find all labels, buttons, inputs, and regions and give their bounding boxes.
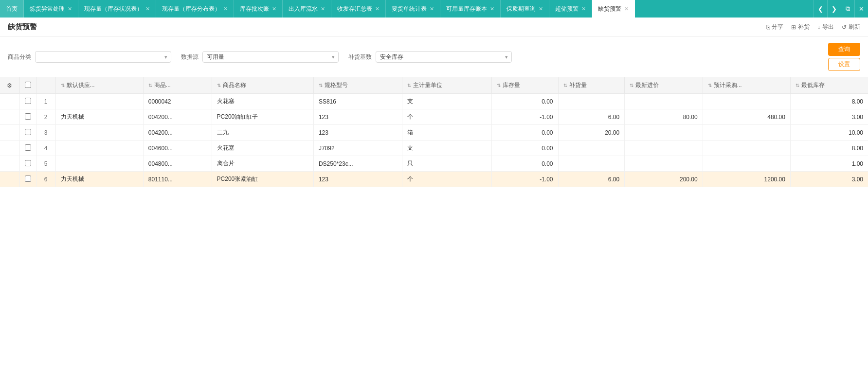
category-select[interactable] [35,51,171,63]
row-gear-3 [0,125,19,141]
row-replenish_qty-1 [558,94,625,109]
col-header-min_stock[interactable]: ⇅最低库存 [790,77,868,94]
row-gear-4 [0,141,19,156]
category-filter-group: 商品分类 [8,51,171,63]
tab-close-batch-account[interactable]: ✕ [272,6,276,12]
refresh-icon: ↺ [842,24,847,31]
tab-stock-status[interactable]: 现存量（库存状况表）✕ [78,0,156,18]
tab-close-order-stats[interactable]: ✕ [430,6,434,12]
row-product_name-2: PC200油缸缸子 [212,109,313,125]
window-restore-button[interactable]: ⧉ [841,0,854,18]
tab-close-inout-flow[interactable]: ✕ [321,6,325,12]
col-header-stock[interactable]: ⇅库存量 [491,77,558,94]
datasource-select[interactable]: 可用量 [202,51,339,63]
col-label-spec: 规格型号 [325,81,348,89]
tab-prev-button[interactable]: ❮ [814,0,827,18]
tab-shortage[interactable]: 缺货预警✕ [592,0,635,18]
col-label-product_name: 商品名称 [223,81,246,89]
refresh-button[interactable]: ↺ 刷新 [842,23,860,31]
tab-receive-summary[interactable]: 收发存汇总表✕ [331,0,386,18]
replenish-button[interactable]: ⊞ 补货 [791,23,810,31]
row-est_purchase-2: 480.00 [703,109,790,125]
tab-stock-dist[interactable]: 现存量（库存分布表）✕ [156,0,234,18]
tab-close-stock-status[interactable]: ✕ [145,6,150,12]
tab-close-available-ledger[interactable]: ✕ [490,6,494,12]
tab-inout-flow[interactable]: 出入库流水✕ [283,0,331,18]
export-button[interactable]: ↓ 导出 [817,23,834,31]
col-header-replenish_qty[interactable]: ⇅补货量 [558,77,625,94]
share-button[interactable]: ⎘ 分享 [766,23,783,31]
row-select-3[interactable] [25,129,31,135]
tab-close-overstock[interactable]: ✕ [581,6,586,12]
tab-available-ledger[interactable]: 可用量库存账本✕ [440,0,501,18]
col-header-product_code[interactable]: ⇅商品... [143,77,212,94]
row-product_code-6: 801110... [143,172,212,187]
tab-overstock[interactable]: 超储预警✕ [549,0,592,18]
col-header-product_name[interactable]: ⇅商品名称 [212,77,313,94]
replenish-base-select[interactable]: 安全库存 [376,51,512,63]
tab-home[interactable]: 首页 [0,0,24,18]
table-row: 5004800...离合片DS250*23c...只0.001.00 [0,156,868,172]
tab-close-shortage[interactable]: ✕ [624,6,629,12]
row-index-2: 2 [36,109,55,125]
tab-close-stock-dist[interactable]: ✕ [223,6,228,12]
sort-icon-unit: ⇅ [407,83,411,88]
row-product_name-1: 火花塞 [212,94,313,109]
row-select-6[interactable] [25,176,31,182]
row-min_stock-5: 1.00 [790,156,868,172]
query-button[interactable]: 查询 [828,43,860,56]
row-select-1[interactable] [25,98,31,104]
row-select-2[interactable] [25,113,31,120]
tab-batch-account[interactable]: 库存批次账✕ [234,0,283,18]
tab-label: 缺货预警 [598,5,621,13]
data-table: ⚙⇅默认供应...⇅商品...⇅商品名称⇅规格型号⇅主计量单位⇅库存量⇅补货量⇅… [0,77,868,187]
tab-order-stats[interactable]: 要货单统计表✕ [386,0,440,18]
settings-button[interactable]: 设置 [828,58,860,71]
col-header-spec[interactable]: ⇅规格型号 [313,77,402,94]
tab-exception[interactable]: 炼货异常处理✕ [24,0,78,18]
sort-icon-product_code: ⇅ [148,83,152,88]
datasource-label: 数据源 [181,53,199,61]
col-header-latest_price[interactable]: ⇅最新进价 [625,77,703,94]
row-est_purchase-5 [703,156,790,172]
row-replenish_qty-4 [558,141,625,156]
row-replenish_qty-5 [558,156,625,172]
tab-close-expiry-query[interactable]: ✕ [539,6,543,12]
replenish-base-select-wrapper: 安全库存 [376,51,512,63]
category-select-wrapper [35,51,171,63]
row-unit-3: 箱 [402,125,491,141]
col-header-est_purchase[interactable]: ⇅预计采购... [703,77,790,94]
gear-icon[interactable]: ⚙ [7,82,12,89]
row-stock-1: 0.00 [491,94,558,109]
row-gear-2 [0,109,19,125]
tab-close-exception[interactable]: ✕ [68,6,72,12]
row-stock-4: 0.00 [491,141,558,156]
row-select-5[interactable] [25,160,31,166]
row-select-4[interactable] [25,144,31,151]
header-actions: ⎘ 分享 ⊞ 补货 ↓ 导出 ↺ 刷新 [766,23,860,31]
tab-expiry-query[interactable]: 保质期查询✕ [501,0,549,18]
tab-label: 库存批次账 [240,5,269,13]
col-header-default_supplier[interactable]: ⇅默认供应... [55,77,143,94]
row-unit-6: 个 [402,172,491,187]
row-index-4: 4 [36,141,55,156]
row-spec-6: 123 [313,172,402,187]
row-checkbox-5 [19,156,36,172]
row-replenish_qty-3: 20.00 [558,125,625,141]
select-all-checkbox[interactable] [25,82,31,88]
row-product_code-2: 004200... [143,109,212,125]
row-unit-2: 个 [402,109,491,125]
row-checkbox-2 [19,109,36,125]
sort-icon-replenish_qty: ⇅ [563,83,567,88]
row-checkbox-6 [19,172,36,187]
tab-label: 收发存汇总表 [337,5,372,13]
tab-close-receive-summary[interactable]: ✕ [375,6,380,12]
replenish-base-filter-group: 补货基数 安全库存 [348,51,512,63]
window-close-button[interactable]: ✕ [854,0,868,18]
row-spec-1: SS816 [313,94,402,109]
col-header-unit[interactable]: ⇅主计量单位 [402,77,491,94]
tab-next-button[interactable]: ❯ [827,0,841,18]
table-row: 4004600...火花塞J7092支0.008.00 [0,141,868,156]
row-stock-3: 0.00 [491,125,558,141]
sort-icon-spec: ⇅ [319,83,323,88]
